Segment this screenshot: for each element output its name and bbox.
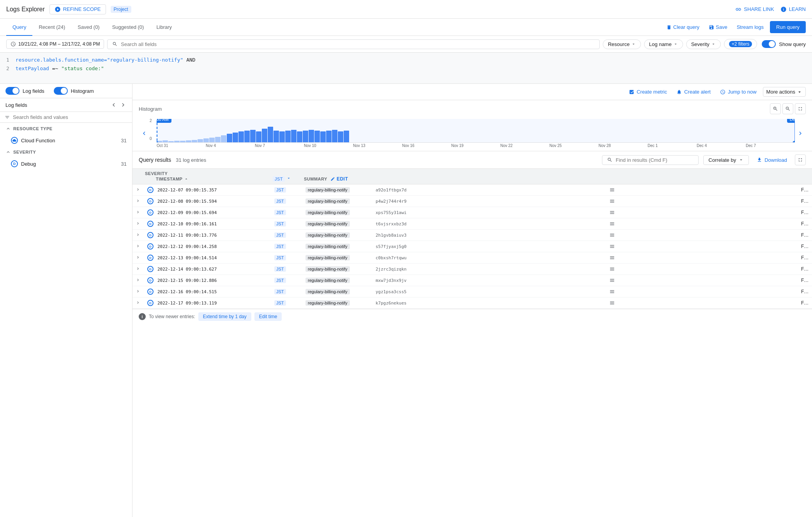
row-trace-id: mxw7jd3nx9jv xyxy=(374,278,425,283)
more-actions-button[interactable]: More actions xyxy=(763,87,806,97)
find-results-input[interactable] xyxy=(602,155,699,165)
run-query-button[interactable]: Run query xyxy=(770,21,806,33)
row-expand-icon[interactable] xyxy=(134,210,145,215)
row-expand-icon[interactable] xyxy=(134,266,145,272)
col-timestamp-header[interactable]: TIMESTAMP xyxy=(156,176,273,182)
row-trace-id: 2h1gvb8aiuv3 xyxy=(374,233,425,238)
table-row[interactable]: D 2022-12-17 09:00:13.119 JST regulary-b… xyxy=(132,297,812,309)
chevron-left-icon[interactable] xyxy=(110,101,117,108)
debug-item[interactable]: D Debug 31 xyxy=(0,158,132,170)
table-row[interactable]: D 2022-12-09 09:00:15.694 JST regulary-b… xyxy=(132,207,812,218)
histogram-switch[interactable] xyxy=(54,87,68,95)
row-expand-icon[interactable] xyxy=(134,198,145,204)
table-row[interactable]: D 2022-12-15 09:00:12.886 JST regulary-b… xyxy=(132,275,812,286)
row-timestamp: 2022-12-16 09:00:14.515 xyxy=(156,289,273,294)
extend-time-button[interactable]: Extend time by 1 day xyxy=(198,312,251,321)
expand-results-button[interactable] xyxy=(795,154,806,165)
tab-library[interactable]: Library xyxy=(150,19,178,36)
row-expand-icon[interactable] xyxy=(134,244,145,249)
top-bar-right: SHARE LINK LEARN xyxy=(735,6,806,12)
query-line-1[interactable]: resource.labels.function_name="regulary-… xyxy=(16,56,196,64)
search-fields[interactable] xyxy=(0,112,132,123)
top-actions: Create metric Create alert Jump to now M… xyxy=(626,87,806,97)
query-line-2[interactable]: textPayload =~ "status code:" xyxy=(16,64,104,73)
clear-query-button[interactable]: Clear query xyxy=(663,22,703,32)
table-row[interactable]: D 2022-12-11 09:00:13.776 JST regulary-b… xyxy=(132,230,812,241)
learn-button[interactable]: LEARN xyxy=(780,6,806,12)
row-expand-icon[interactable] xyxy=(134,221,145,227)
show-query-switch[interactable] xyxy=(762,40,776,48)
row-summary: Function execution took 12417 ms. Finish… xyxy=(800,289,810,294)
query-editor[interactable]: 1 resource.labels.function_name="regular… xyxy=(0,53,812,84)
log-fields-switch[interactable] xyxy=(5,87,19,95)
row-expand-icon[interactable] xyxy=(134,255,145,260)
table-row[interactable]: D 2022-12-08 09:00:15.594 JST regulary-b… xyxy=(132,196,812,207)
zoom-in-button[interactable] xyxy=(770,103,781,114)
jump-to-now-button[interactable]: Jump to now xyxy=(717,87,760,96)
tab-suggested[interactable]: Suggested (0) xyxy=(106,19,150,36)
download-button[interactable]: Download xyxy=(754,156,790,165)
resource-filter[interactable]: Resource xyxy=(603,39,641,49)
table-row[interactable]: D 2022-12-07 09:00:15.357 JST regulary-b… xyxy=(132,184,812,196)
tab-recent[interactable]: Recent (24) xyxy=(32,19,71,36)
logname-filter[interactable]: Log name xyxy=(644,39,683,49)
date-label-nov10: Nov 10 xyxy=(304,143,353,148)
cloud-function-item[interactable]: Cloud Function 31 xyxy=(0,135,132,146)
row-expand-icon[interactable] xyxy=(134,300,145,306)
table-row[interactable]: D 2022-12-14 09:00:13.627 JST regulary-b… xyxy=(132,264,812,275)
resource-type-header[interactable]: RESOURCE TYPE xyxy=(0,123,132,135)
find-in-results-field[interactable] xyxy=(616,157,694,163)
top-bar: Logs Explorer REFINE SCOPE Project SHARE… xyxy=(0,0,812,19)
table-row[interactable]: D 2022-12-12 09:00:14.258 JST regulary-b… xyxy=(132,241,812,252)
create-alert-button[interactable]: Create alert xyxy=(673,87,714,96)
table-row[interactable]: D 2022-12-13 09:00:14.514 JST regulary-b… xyxy=(132,252,812,264)
histogram-next-button[interactable] xyxy=(795,119,806,148)
chevron-right-icon[interactable] xyxy=(120,101,127,108)
create-metric-button[interactable]: Create metric xyxy=(626,87,670,96)
table-row[interactable]: D 2022-12-16 09:00:14.515 JST regulary-b… xyxy=(132,286,812,297)
date-label-nov4: Nov 4 xyxy=(206,143,255,148)
table-row[interactable]: D 2022-12-10 09:00:16.161 JST regulary-b… xyxy=(132,218,812,230)
histogram-expand-button[interactable] xyxy=(795,103,806,114)
stream-logs-button[interactable]: Stream logs xyxy=(734,22,767,32)
row-expand-icon[interactable] xyxy=(134,289,145,294)
severity-filter[interactable]: Severity xyxy=(686,39,721,49)
row-function: regulary-billing-notify xyxy=(304,300,374,306)
tab-saved[interactable]: Saved (0) xyxy=(71,19,106,36)
col-extra xyxy=(425,176,800,182)
sidebar-top-row: Log fields Histogram xyxy=(0,84,132,98)
learn-label: LEARN xyxy=(789,6,806,12)
severity-header[interactable]: SEVERITY xyxy=(0,146,132,158)
date-labels: Oct 31 Nov 4 Nov 7 Nov 10 Nov 13 Nov 16 … xyxy=(157,143,795,148)
edit-summary-button[interactable]: EDIT xyxy=(330,176,348,182)
row-function: regulary-billing-notify xyxy=(304,266,374,272)
edit-time-button[interactable]: Edit time xyxy=(254,312,282,321)
histogram-prev-button[interactable] xyxy=(139,119,150,148)
col-severity-header[interactable]: SEVERITY xyxy=(145,171,156,176)
row-summary: Function execution took 14916 ms. Finish… xyxy=(800,210,810,215)
zoom-out-button[interactable] xyxy=(782,103,793,114)
range-start-label: Oct 21, 9:00 AM xyxy=(157,119,171,123)
filter-bar: 10/21/22, 4:08 PM – 12/17/22, 4:08 PM Re… xyxy=(0,36,812,53)
search-input[interactable] xyxy=(121,41,595,47)
correlate-chevron-icon xyxy=(738,157,744,163)
correlate-by-button[interactable]: Correlate by xyxy=(703,155,749,165)
refine-scope-label: REFINE SCOPE xyxy=(63,6,101,12)
col-jst-header[interactable]: JST xyxy=(273,176,304,182)
row-severity-icon: D xyxy=(145,300,156,306)
search-all-fields[interactable] xyxy=(107,39,600,49)
more-filters-button[interactable]: +2 filters xyxy=(724,39,757,49)
share-link-button[interactable]: SHARE LINK xyxy=(735,6,774,12)
refine-scope-button[interactable]: REFINE SCOPE xyxy=(49,4,106,14)
table-header: SEVERITY TIMESTAMP JST SUMMARY EDIT xyxy=(132,169,812,184)
row-expand-icon[interactable] xyxy=(134,278,145,283)
row-function: regulary-billing-notify xyxy=(304,221,374,227)
time-picker[interactable]: 10/21/22, 4:08 PM – 12/17/22, 4:08 PM xyxy=(6,39,104,49)
row-expand-icon[interactable] xyxy=(134,232,145,238)
row-timestamp: 2022-12-10 09:00:16.161 xyxy=(156,221,273,227)
tab-query[interactable]: Query xyxy=(6,19,32,36)
row-summary: Function execution took 13473 ms. Finish… xyxy=(800,232,810,238)
row-expand-icon[interactable] xyxy=(134,187,145,193)
search-fields-input[interactable] xyxy=(13,114,127,120)
save-button[interactable]: Save xyxy=(706,22,731,32)
